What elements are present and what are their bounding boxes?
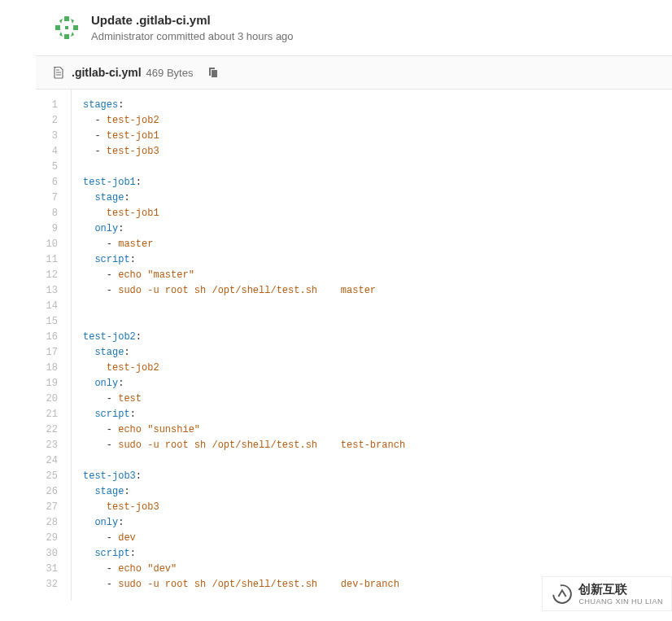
code-line: test-job3 [83,500,661,515]
line-number[interactable]: 29 [36,531,64,546]
code-line: stage: [83,484,661,500]
code-line: script: [83,546,661,562]
line-number[interactable]: 8 [36,206,64,221]
code-line: - test-job3 [83,144,661,160]
line-number[interactable]: 17 [36,345,64,361]
code-line [83,314,661,330]
line-number[interactable]: 18 [36,361,64,376]
code-line: test-job3: [83,469,661,484]
line-number[interactable]: 1 [36,98,64,113]
file-icon [52,66,65,79]
line-number[interactable]: 21 [36,407,64,422]
code-line: - test-job1 [83,129,661,144]
code-line [83,453,661,469]
line-number[interactable]: 32 [36,577,64,593]
svg-rect-2 [55,25,60,30]
line-numbers: 1234567891011121314151617181920212223242… [36,90,72,601]
avatar [52,13,81,42]
watermark-py: CHUANG XIN HU LIAN [578,597,663,601]
watermark-cn: 创新互联 [578,582,663,597]
file-header: .gitlab-ci.yml 469 Bytes [36,56,672,90]
line-number[interactable]: 28 [36,515,64,531]
code-line: test-job2: [83,330,661,345]
svg-point-10 [551,583,574,601]
line-number[interactable]: 7 [36,190,64,206]
commit-meta: Administrator committed about 3 hours ag… [91,30,656,42]
code-line [83,160,661,175]
line-number[interactable]: 2 [36,113,64,129]
line-number[interactable]: 11 [36,252,64,268]
code-container: 1234567891011121314151617181920212223242… [36,90,672,601]
watermark: 创新互联 CHUANG XIN HU LIAN [542,576,672,601]
code-line: - echo "dev" [83,562,661,577]
line-number[interactable]: 31 [36,562,64,577]
svg-rect-9 [65,26,68,29]
code-line: - sudo -u root sh /opt/shell/test.sh tes… [83,438,661,453]
code-line: - test [83,391,661,407]
code-line: only: [83,515,661,531]
line-number[interactable]: 23 [36,438,64,453]
line-number[interactable]: 25 [36,469,64,484]
commit-title: Update .gitlab-ci.yml [91,13,656,27]
file-size: 469 Bytes [146,67,194,79]
code-line: stage: [83,190,661,206]
svg-rect-4 [64,34,69,39]
code-line: only: [83,221,661,237]
commit-info: Update .gitlab-ci.yml Administrator comm… [91,13,656,42]
code-line: - sudo -u root sh /opt/shell/test.sh mas… [83,283,661,299]
line-number[interactable]: 4 [36,144,64,160]
line-number[interactable]: 27 [36,500,64,515]
line-number[interactable]: 9 [36,221,64,237]
copy-icon[interactable] [206,66,219,79]
code-line: stage: [83,345,661,361]
line-number[interactable]: 6 [36,175,64,190]
line-number[interactable]: 15 [36,314,64,330]
code-line: - dev [83,531,661,546]
line-number[interactable]: 13 [36,283,64,299]
file-name: .gitlab-ci.yml [72,66,142,79]
code-line [83,299,661,314]
svg-rect-3 [73,25,78,30]
line-number[interactable]: 22 [36,422,64,438]
line-number[interactable]: 3 [36,129,64,144]
watermark-text: 创新互联 CHUANG XIN HU LIAN [578,582,663,601]
code-line: test-job1: [83,175,661,190]
line-number[interactable]: 14 [36,299,64,314]
line-number[interactable]: 10 [36,237,64,252]
line-number[interactable]: 20 [36,391,64,407]
code-line: test-job1 [83,206,661,221]
watermark-logo-icon [551,583,574,601]
svg-rect-1 [64,16,69,21]
code-line: - master [83,237,661,252]
line-number[interactable]: 19 [36,376,64,391]
code-content: stages: - test-job2 - test-job1 - test-j… [72,90,672,601]
commit-header: Update .gitlab-ci.yml Administrator comm… [36,0,672,56]
line-number[interactable]: 24 [36,453,64,469]
line-number[interactable]: 30 [36,546,64,562]
line-number[interactable]: 26 [36,484,64,500]
code-line: only: [83,376,661,391]
code-line: stages: [83,98,661,113]
code-line: - test-job2 [83,113,661,129]
line-number[interactable]: 5 [36,160,64,175]
line-number[interactable]: 16 [36,330,64,345]
code-line: - echo "master" [83,268,661,283]
code-line: test-job2 [83,361,661,376]
code-line: script: [83,407,661,422]
code-line: - echo "sunshie" [83,422,661,438]
code-line: script: [83,252,661,268]
line-number[interactable]: 12 [36,268,64,283]
